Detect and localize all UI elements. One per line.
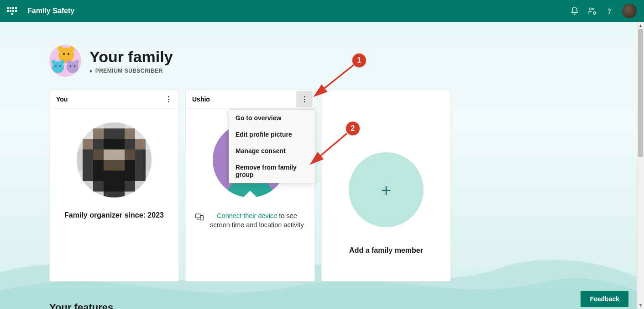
header-text-block: Your family ♦ PREMIUM SUBSCRIBER	[89, 48, 173, 74]
vertical-scrollbar[interactable]: ▲ ▼	[637, 22, 644, 309]
member-name-you: You	[56, 96, 68, 103]
scroll-down-arrow-icon[interactable]: ▼	[637, 302, 644, 309]
help-icon[interactable]	[605, 6, 614, 16]
top-app-bar: Family Safety	[0, 0, 644, 22]
add-member-card[interactable]: ＋ Add a family member	[321, 90, 451, 282]
diamond-icon: ♦	[89, 68, 93, 74]
main-content: Your family ♦ PREMIUM SUBSCRIBER You	[0, 22, 644, 309]
member-card-you: You F	[49, 90, 179, 282]
annotation-badge-2: 2	[346, 122, 360, 135]
page-title: Your family	[89, 48, 173, 66]
page-header: Your family ♦ PREMIUM SUBSCRIBER	[49, 45, 603, 77]
add-member-circle[interactable]: ＋	[349, 152, 424, 227]
feedback-button[interactable]: Feedback	[581, 291, 628, 307]
top-bar-left: Family Safety	[4, 3, 74, 19]
menu-remove-from-family[interactable]: Remove from family group	[229, 159, 315, 183]
notifications-icon[interactable]	[570, 6, 579, 16]
svg-point-3	[609, 13, 609, 13]
add-member-body: ＋ Add a family member	[322, 90, 450, 281]
family-settings-icon[interactable]	[587, 6, 597, 16]
annotation-badge-1: 1	[352, 53, 366, 67]
scroll-thumb[interactable]	[638, 29, 643, 157]
context-menu-ushio: Go to overview Edit profile picture Mana…	[229, 109, 315, 183]
menu-edit-profile-picture[interactable]: Edit profile picture	[229, 126, 315, 143]
svg-point-0	[589, 8, 592, 10]
more-icon	[168, 96, 169, 102]
your-features-heading: Your features	[49, 302, 603, 309]
family-cards-row: You F	[49, 90, 603, 282]
devices-icon	[195, 212, 204, 230]
avatar-you	[77, 123, 152, 197]
premium-label: PREMIUM SUBSCRIBER	[95, 68, 163, 74]
member-status-you: Family organizer since: 2023	[64, 211, 164, 219]
connect-text: Connect their device to see screen time …	[209, 211, 305, 230]
app-title: Family Safety	[27, 7, 74, 15]
card-header-ushio: Ushio Go to overview Edit profile pictur…	[186, 90, 314, 109]
scroll-up-arrow-icon[interactable]: ▲	[637, 22, 644, 29]
connect-device-link[interactable]: Connect their device	[217, 212, 277, 219]
menu-go-to-overview[interactable]: Go to overview	[229, 110, 315, 126]
app-launcher-icon[interactable]	[4, 3, 20, 19]
more-options-ushio[interactable]	[296, 91, 313, 107]
user-avatar[interactable]	[622, 4, 637, 18]
card-body-you: Family organizer since: 2023	[50, 109, 178, 281]
svg-point-1	[592, 8, 594, 10]
plus-icon: ＋	[378, 179, 394, 201]
connect-device-row: Connect their device to see screen time …	[193, 211, 307, 230]
premium-badge: ♦ PREMIUM SUBSCRIBER	[89, 68, 173, 74]
top-bar-right	[570, 4, 640, 18]
member-name-ushio: Ushio	[192, 96, 210, 103]
family-group-icon	[49, 45, 81, 77]
more-icon	[304, 96, 305, 102]
member-card-ushio: Ushio Go to overview Edit profile pictur…	[185, 90, 315, 282]
add-member-label: Add a family member	[349, 246, 423, 255]
card-header-you: You	[50, 90, 178, 109]
more-options-you[interactable]	[160, 91, 177, 107]
menu-manage-consent[interactable]: Manage consent	[229, 143, 315, 159]
